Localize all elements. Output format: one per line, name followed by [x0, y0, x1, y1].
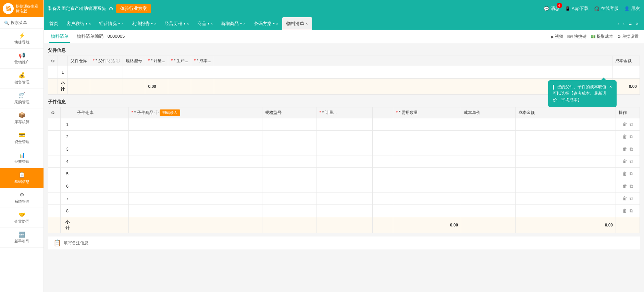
tab-history[interactable]: 经营历程 ▾ ×	[160, 17, 193, 30]
delete-icon[interactable]: 🗑	[622, 183, 627, 189]
child-row-unit-cost[interactable]	[461, 180, 516, 192]
child-row-qty[interactable]	[317, 205, 373, 217]
child-row-needed[interactable]	[393, 168, 461, 180]
tab-bom[interactable]: 物料清单 ×	[282, 17, 312, 30]
child-row-qty[interactable]	[317, 118, 373, 131]
child-row-qty[interactable]	[317, 192, 373, 205]
sidebar-item-inventory[interactable]: 📦 库存核算	[0, 108, 44, 128]
child-row-goods[interactable]	[128, 118, 262, 131]
tab-goods[interactable]: 商品 ▾ ×	[193, 17, 217, 30]
child-row-spec[interactable]	[262, 205, 317, 217]
tab-new-goods[interactable]: 新增商品 ▾ ×	[217, 17, 249, 30]
child-col-setting[interactable]: ⚙	[48, 107, 61, 118]
topbar-user[interactable]: 👤 用友	[624, 5, 640, 12]
parent-row-produce[interactable]	[168, 66, 191, 79]
delete-icon[interactable]: 🗑	[622, 146, 627, 152]
child-row-unit-cost[interactable]	[461, 118, 516, 131]
child-row-spec[interactable]	[262, 180, 317, 192]
topbar-settings-icon[interactable]: ⚙	[109, 5, 113, 12]
child-row-spec[interactable]	[262, 118, 317, 131]
topbar-online-support[interactable]: 🎧 在线客服	[594, 5, 619, 12]
child-row-unit-cost[interactable]	[461, 155, 516, 168]
sidebar-item-system[interactable]: ⚙ 系统管理	[0, 188, 44, 208]
child-row-goods[interactable]	[128, 143, 262, 155]
child-row-needed[interactable]	[393, 192, 461, 205]
child-row-qty[interactable]	[317, 155, 373, 168]
cost-action[interactable]: 💵 提取成本	[591, 34, 613, 39]
copy-icon[interactable]: ⧉	[630, 146, 633, 152]
child-row-unit-cost[interactable]	[461, 205, 516, 217]
tab-customer[interactable]: 客户联络 ▾ ×	[62, 17, 95, 30]
tooltip-close-button[interactable]: ×	[609, 84, 612, 90]
child-row-warehouse[interactable]	[74, 131, 129, 143]
copy-icon[interactable]: ⧉	[630, 134, 633, 139]
parent-row-spec[interactable]	[123, 66, 145, 79]
child-row-goods[interactable]	[128, 131, 262, 143]
close-icon[interactable]: ×	[211, 22, 213, 26]
topbar-message[interactable]: 💬 消息 6	[544, 5, 559, 12]
shortcut-action[interactable]: ⌨ 快捷键	[567, 34, 586, 39]
child-row-qty[interactable]	[317, 168, 373, 180]
child-row-qty[interactable]	[317, 131, 373, 143]
child-row-unit-cost[interactable]	[461, 168, 516, 180]
copy-icon[interactable]: ⧉	[630, 196, 633, 201]
delete-icon[interactable]: 🗑	[622, 196, 627, 201]
topbar-app-download[interactable]: 📱 App下载	[565, 5, 589, 12]
copy-icon[interactable]: ⧉	[630, 121, 633, 127]
sidebar-item-finance[interactable]: 💳 资金管理	[0, 128, 44, 148]
tab-barcode[interactable]: 条码方案 ▾ ×	[250, 17, 282, 30]
sidebar-item-guide[interactable]: 🆕 新手引导	[0, 228, 44, 248]
scan-button[interactable]: 扫码录入	[160, 109, 180, 116]
parent-row-qty[interactable]	[145, 66, 168, 79]
child-row-warehouse[interactable]	[74, 118, 129, 131]
child-row-spec[interactable]	[262, 143, 317, 155]
copy-icon[interactable]: ⧉	[630, 208, 633, 213]
close-icon[interactable]: ×	[243, 22, 245, 26]
delete-icon[interactable]: 🗑	[622, 208, 627, 213]
parent-row-goods[interactable]	[90, 66, 123, 79]
child-row-goods[interactable]	[128, 180, 262, 192]
nav-prev-icon[interactable]: ‹	[616, 20, 620, 27]
sidebar-item-purchase[interactable]: 🛒 采购管理	[0, 89, 44, 108]
close-icon[interactable]: ×	[121, 22, 123, 26]
sidebar-item-marketing[interactable]: 📢 营销推广	[0, 49, 44, 69]
child-row-spec[interactable]	[262, 155, 317, 168]
child-row-needed[interactable]	[393, 205, 461, 217]
child-row-spec[interactable]	[262, 192, 317, 205]
child-row-needed[interactable]	[393, 118, 461, 131]
child-row-warehouse[interactable]	[74, 155, 129, 168]
close-icon[interactable]: ×	[154, 22, 156, 26]
child-row-warehouse[interactable]	[74, 168, 129, 180]
sub-tab-bom-list[interactable]: 物料清单	[49, 31, 70, 43]
child-row-needed[interactable]	[393, 180, 461, 192]
copy-icon[interactable]: ⧉	[630, 159, 633, 164]
child-row-warehouse[interactable]	[74, 205, 129, 217]
child-row-warehouse[interactable]	[74, 192, 129, 205]
child-row-unit-cost[interactable]	[461, 192, 516, 205]
sidebar-search[interactable]: 🔍 搜索菜单	[0, 17, 44, 29]
nav-close-icon[interactable]: ×	[634, 20, 640, 27]
copy-icon[interactable]: ⧉	[630, 171, 633, 176]
close-icon[interactable]: ×	[89, 22, 91, 26]
settings-action[interactable]: ⚙ 单据设置	[617, 34, 639, 39]
close-icon[interactable]: ×	[276, 22, 278, 26]
parent-row-cost[interactable]	[191, 66, 214, 79]
nav-next-icon[interactable]: ›	[622, 20, 626, 27]
sidebar-item-ops[interactable]: 📊 经营管理	[0, 148, 44, 168]
parent-row-warehouse[interactable]	[68, 66, 90, 79]
child-row-unit-cost[interactable]	[461, 131, 516, 143]
child-row-goods[interactable]	[128, 192, 262, 205]
sidebar-item-sales[interactable]: 💰 销售管理	[0, 69, 44, 89]
child-row-qty[interactable]	[317, 143, 373, 155]
tab-profit[interactable]: 利润报告 ▾ ×	[128, 17, 160, 30]
child-row-goods[interactable]	[128, 168, 262, 180]
tab-operations[interactable]: 经营情况 ▾ ×	[95, 17, 127, 30]
child-row-spec[interactable]	[262, 131, 317, 143]
sidebar-item-basic[interactable]: 📋 基础信息	[0, 168, 44, 188]
nav-menu-icon[interactable]: ≡	[628, 20, 633, 27]
child-row-spec[interactable]	[262, 168, 317, 180]
child-row-unit-cost[interactable]	[461, 143, 516, 155]
sidebar-item-quick-nav[interactable]: ⚡ 快捷导航	[0, 29, 44, 49]
delete-icon[interactable]: 🗑	[622, 134, 627, 139]
copy-icon[interactable]: ⧉	[630, 183, 633, 189]
